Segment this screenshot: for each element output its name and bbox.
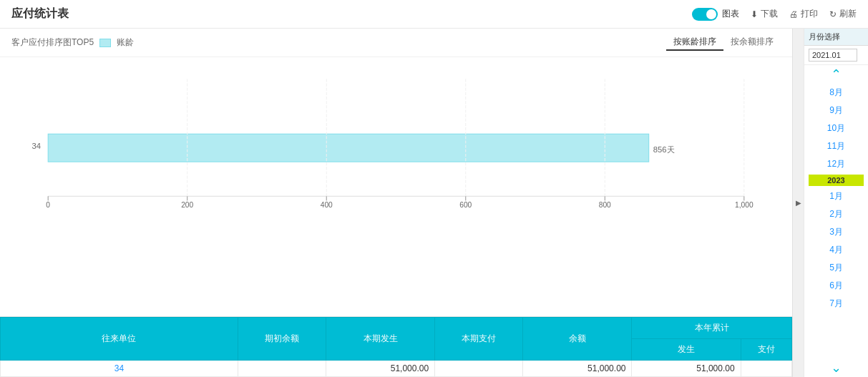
th-current-payment: 本期支付 [435,318,523,361]
svg-text:200: 200 [181,201,193,209]
month-item-10[interactable]: 10月 [804,119,868,137]
refresh-button[interactable]: ↻ 刷新 [829,8,857,20]
month-item-11[interactable]: 11月 [804,137,868,155]
cell-current-payment [435,361,523,377]
chart-toggle-switch[interactable] [692,8,718,21]
app-container: 应付统计表 图表 ⬇ 下载 🖨 打印 ↻ 刷新 [0,0,868,377]
download-icon: ⬇ [751,9,758,19]
sidebar-collapse-button[interactable]: ▶ [792,29,804,377]
sidebar-date-wrapper [804,46,868,65]
month-item-4[interactable]: 4月 [804,241,868,259]
main-content: 客户应付排序图TOP5 账龄 按账龄排序 按余额排序 34 856天 [0,29,868,377]
cell-unit: 34 [1,361,238,377]
page-title: 应付统计表 [11,6,69,21]
unit-link[interactable]: 34 [114,363,124,373]
month-item-3[interactable]: 3月 [804,223,868,241]
bar-end-label: 856天 [653,145,675,154]
legend-box [99,39,111,47]
chart-container: 34 856天 0 200 400 600 [0,57,792,316]
sort-by-account-tab[interactable]: 按账龄排序 [666,34,723,51]
cell-ytd-payment [741,361,791,377]
sidebar-date-input[interactable] [809,49,857,62]
chart-toggle-label: 图表 [722,8,739,20]
legend-item-label: 账龄 [117,36,134,49]
th-ytd-label: 本年累计 [632,318,792,339]
svg-text:1,000: 1,000 [735,201,754,209]
month-selector-sidebar: 月份选择 ⌃ 8月 9月 10月 11月 12月 2023 1月 2月 3月 4… [804,29,868,377]
print-icon: 🖨 [789,9,798,19]
scroll-down-button[interactable]: ⌄ [804,358,868,377]
th-balance: 余额 [523,318,632,361]
month-item-7[interactable]: 7月 [804,295,868,313]
month-item-9[interactable]: 9月 [804,102,868,119]
cell-ytd-occurrence: 51,000.00 [632,361,741,377]
svg-text:0: 0 [46,201,50,209]
refresh-label: 刷新 [839,8,857,20]
table-row: 34 51,000.00 51,000.00 51,000.00 [1,361,792,377]
print-label: 打印 [801,8,818,20]
month-item-5[interactable]: 5月 [804,259,868,277]
th-ytd-occurrence: 发生 [632,339,741,361]
cell-current-occurrence: 51,000.00 [326,361,435,377]
chart-area: 客户应付排序图TOP5 账龄 按账龄排序 按余额排序 34 856天 [0,29,792,377]
sidebar-wrapper: ▶ 月份选择 ⌃ 8月 9月 10月 11月 12月 2023 1月 [792,29,868,377]
sidebar-header-label: 月份选择 [809,31,840,42]
year-badge-2023[interactable]: 2023 [809,175,864,186]
table-area: 往来单位 期初余额 本期发生 本期支付 余额 本年累计 发生 支付 [0,316,792,377]
month-item-12[interactable]: 12月 [804,155,868,173]
bar-rect [48,134,649,162]
legend-label: 客户应付排序图TOP5 [11,36,94,49]
svg-text:600: 600 [459,201,472,209]
svg-text:400: 400 [321,201,333,209]
download-button[interactable]: ⬇ 下载 [751,8,778,20]
header: 应付统计表 图表 ⬇ 下载 🖨 打印 ↻ 刷新 [0,0,868,29]
svg-text:800: 800 [599,201,611,209]
header-actions: 图表 ⬇ 下载 🖨 打印 ↻ 刷新 [692,8,857,21]
th-current-occurrence: 本期发生 [326,318,435,361]
month-item-6[interactable]: 6月 [804,277,868,295]
sort-by-amount-tab[interactable]: 按余额排序 [723,34,781,51]
month-item-8[interactable]: 8月 [804,84,868,102]
chart-toggle-group[interactable]: 图表 [692,8,739,21]
scroll-up-button[interactable]: ⌃ [804,65,868,84]
download-label: 下载 [761,8,778,20]
print-button[interactable]: 🖨 打印 [789,8,818,20]
refresh-icon: ↻ [829,9,837,19]
data-table: 往来单位 期初余额 本期发生 本期支付 余额 本年累计 发生 支付 [0,317,792,377]
th-opening-balance: 期初余额 [238,318,326,361]
th-unit: 往来单位 [1,318,238,361]
cell-balance: 51,000.00 [523,361,632,377]
chevron-right-icon: ▶ [796,199,801,207]
month-item-2[interactable]: 2月 [804,205,868,223]
chart-header: 客户应付排序图TOP5 账龄 按账龄排序 按余额排序 [0,29,792,57]
sort-tabs: 按账龄排序 按余额排序 [666,34,781,51]
bar-chart: 34 856天 0 200 400 600 [11,64,781,316]
th-ytd-payment: 支付 [741,339,791,361]
chart-legend: 客户应付排序图TOP5 账龄 [11,36,134,49]
month-item-1[interactable]: 1月 [804,187,868,205]
cell-opening-balance [238,361,326,377]
y-axis-label: 34 [31,142,41,150]
month-list: 8月 9月 10月 11月 12月 2023 1月 2月 3月 4月 5月 6月… [804,84,868,358]
sidebar-header: 月份选择 [804,29,868,46]
